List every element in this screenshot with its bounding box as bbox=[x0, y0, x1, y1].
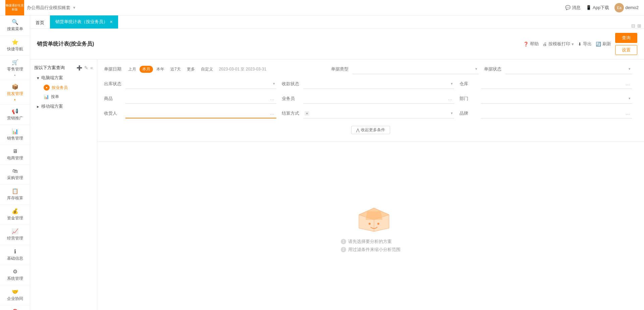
hint-num-1: 1 bbox=[341, 239, 346, 244]
doc-type-label: 单据类型 bbox=[331, 66, 350, 72]
receipt-status-arrow bbox=[451, 82, 453, 86]
date-selector: 上月 本月 本年 近7天 更多 自定义 2023-03-01 至 2023-03… bbox=[125, 66, 266, 73]
consignee-dots: … bbox=[270, 111, 275, 116]
salesperson-dots: … bbox=[448, 96, 453, 101]
goods-input[interactable]: … bbox=[125, 94, 276, 104]
sidebar-item-marketing-label: 营销推广 bbox=[7, 115, 23, 121]
filter-row-2: 出库状态 收款状态 bbox=[104, 79, 637, 89]
tree-item-by-order[interactable]: 📊 按单 bbox=[34, 92, 97, 101]
topbar-right: 💬 消息 📱 App下载 Ea demo2 bbox=[565, 3, 639, 12]
tree-desktop-sub: ● 按业务员 📊 按单 bbox=[30, 83, 97, 101]
sidebar-item-finance-label: 资金管理 bbox=[7, 215, 23, 221]
salesperson-input[interactable]: … bbox=[303, 94, 454, 104]
sidebar-item-ecommerce[interactable]: 🖥 电商管理 bbox=[0, 145, 30, 165]
sidebar-item-system[interactable]: ⚙ 系统管理 bbox=[0, 265, 30, 285]
message-btn[interactable]: 💬 消息 bbox=[565, 5, 581, 11]
date-label: 单据日期 bbox=[104, 66, 123, 72]
tab-home[interactable]: 首页 bbox=[30, 17, 50, 29]
sidebar-item-operations[interactable]: 📈 经营管理 bbox=[0, 225, 30, 245]
sidebar-item-quicknav[interactable]: ⭐ 快捷导航 bbox=[0, 36, 30, 56]
settings-button[interactable]: 设置 bbox=[615, 45, 637, 55]
add-scheme-icon[interactable]: ➕ bbox=[76, 65, 82, 70]
consignee-input[interactable]: … bbox=[125, 108, 276, 118]
filter-cell-receiptstatus: 收款状态 bbox=[282, 79, 460, 89]
date-btn-custom[interactable]: 自定义 bbox=[198, 66, 216, 73]
date-btn-more[interactable]: 更多 bbox=[184, 66, 198, 73]
tab-sales-stat[interactable]: 销货单统计表（按业务员） ✕ bbox=[50, 15, 118, 29]
collapse-btn[interactable]: ⋀ 收起更多条件 bbox=[351, 126, 390, 134]
sidebar-item-newbie[interactable]: 🎯 新手引导 bbox=[0, 305, 30, 310]
template-print-btn[interactable]: 🖨 按模板打印 ▾ bbox=[543, 41, 574, 47]
sidebar-item-purchase[interactable]: 🛍 采购管理 bbox=[0, 165, 30, 185]
receipt-status-input[interactable] bbox=[303, 79, 454, 89]
tree-item-by-salesperson[interactable]: ● 按业务员 bbox=[34, 83, 97, 92]
filter-area: 单据日期 上月 本月 本年 近7天 更多 自定义 2023-03-01 至 20… bbox=[97, 59, 644, 142]
empty-box-svg bbox=[357, 206, 391, 233]
doc-type-input[interactable] bbox=[353, 64, 479, 74]
expand-icon: ▴ bbox=[14, 73, 16, 76]
out-status-input[interactable] bbox=[125, 79, 276, 89]
tab-close-icon[interactable]: ✕ bbox=[110, 20, 113, 24]
tab-maximize-icon[interactable]: ⊞ bbox=[637, 23, 641, 29]
tree-mobile[interactable]: ▸ 移动端方案 bbox=[30, 101, 97, 111]
help-label: 帮助 bbox=[530, 41, 539, 47]
tab-minimize-icon[interactable]: ⊟ bbox=[631, 23, 635, 29]
svg-point-4 bbox=[369, 223, 371, 225]
sidebar-item-inventory[interactable]: 📋 库存核算 bbox=[0, 185, 30, 205]
filter-row-1: 单据日期 上月 本月 本年 近7天 更多 自定义 2023-03-01 至 20… bbox=[104, 64, 637, 74]
content-area: 首页 销货单统计表（按业务员） ✕ ⊟ ⊞ 销货单统计表(按业务员) ❓ 帮助 bbox=[30, 15, 644, 310]
sidebar: 🔍 搜索菜单 ⭐ 快捷导航 🛒 零售管理 ▴ 📦 批发管理 ▴ 📢 营销推广 📊… bbox=[0, 15, 30, 310]
breadcrumb-dropdown-icon[interactable]: ▾ bbox=[73, 5, 75, 10]
sidebar-item-enterprise-label: 企业协同 bbox=[7, 296, 23, 302]
sidebar-item-finance[interactable]: 💰 资金管理 bbox=[0, 205, 30, 225]
app-download-btn[interactable]: 📱 App下载 bbox=[586, 5, 609, 11]
doc-status-input[interactable] bbox=[505, 64, 632, 74]
operations-icon: 📈 bbox=[12, 228, 18, 235]
collapse-panel-icon[interactable]: « bbox=[90, 65, 93, 70]
payment-tag[interactable]: × bbox=[305, 111, 309, 116]
sidebar-item-basic[interactable]: ℹ 基础信息 bbox=[0, 245, 30, 265]
tree-mobile-expand-icon: ▸ bbox=[37, 104, 39, 109]
brand-dots: … bbox=[626, 111, 631, 116]
query-btn-group: 查询 设置 bbox=[615, 33, 637, 55]
left-panel: 按以下方案查询 ➕ ✎ « ▾ 电脑端方案 ● 按业务员 bbox=[30, 59, 97, 310]
export-btn[interactable]: ⬇ 导出 bbox=[578, 41, 592, 47]
sidebar-item-retail[interactable]: 🛒 零售管理 ▴ bbox=[0, 56, 30, 80]
sidebar-item-enterprise[interactable]: 🤝 企业协同 bbox=[0, 285, 30, 305]
empty-hint-2: 2 用过滤条件来缩小分析范围 bbox=[341, 247, 400, 253]
sidebar-item-wholesale[interactable]: 📦 批发管理 ▴ bbox=[0, 80, 30, 105]
doc-status-label: 单据状态 bbox=[484, 66, 503, 72]
template-print-arrow: ▾ bbox=[572, 42, 574, 47]
date-btn-this-year[interactable]: 本年 bbox=[154, 66, 167, 73]
edit-scheme-icon[interactable]: ✎ bbox=[84, 65, 88, 70]
message-label: 消息 bbox=[572, 5, 581, 11]
help-btn[interactable]: ❓ 帮助 bbox=[523, 41, 539, 47]
user-profile[interactable]: Ea demo2 bbox=[614, 3, 639, 12]
query-button[interactable]: 查询 bbox=[615, 33, 637, 43]
department-arrow bbox=[629, 96, 631, 101]
sidebar-item-marketing[interactable]: 📢 营销推广 bbox=[0, 105, 30, 125]
topbar: 畅捷通好生意 标版 办公用品行业模拟账套 ▾ 💬 消息 📱 App下载 Ea d… bbox=[0, 0, 644, 15]
brand-label: 品牌 bbox=[460, 110, 478, 116]
receipt-status-label: 收款状态 bbox=[282, 81, 301, 87]
collapse-icon: ⋀ bbox=[356, 128, 360, 133]
page-title: 销货单统计表(按业务员) bbox=[37, 41, 94, 48]
message-icon: 💬 bbox=[565, 5, 571, 10]
department-input[interactable] bbox=[481, 94, 632, 104]
sidebar-item-sales[interactable]: 📊 销售管理 bbox=[0, 125, 30, 145]
empty-state: 1 请先选择要分析的方案 2 用过滤条件来缩小分析范围 bbox=[97, 142, 644, 310]
date-btn-last7[interactable]: 近7天 bbox=[168, 66, 183, 73]
warehouse-input[interactable]: … bbox=[481, 79, 632, 89]
main-layout: 🔍 搜索菜单 ⭐ 快捷导航 🛒 零售管理 ▴ 📦 批发管理 ▴ 📢 营销推广 📊… bbox=[0, 15, 644, 310]
app-download-label: App下载 bbox=[593, 5, 609, 11]
refresh-btn[interactable]: 🔄 刷新 bbox=[596, 41, 611, 47]
brand-input[interactable]: … bbox=[481, 108, 632, 118]
retail-icon: 🛒 bbox=[12, 59, 18, 65]
sidebar-item-search[interactable]: 🔍 搜索菜单 bbox=[0, 15, 30, 36]
date-btn-last-month[interactable]: 上月 bbox=[125, 66, 139, 73]
svg-marker-3 bbox=[366, 211, 382, 220]
payment-input[interactable]: × bbox=[303, 108, 454, 118]
sales-icon: 📊 bbox=[12, 128, 18, 135]
date-btn-this-month[interactable]: 本月 bbox=[140, 66, 153, 73]
tree-desktop[interactable]: ▾ 电脑端方案 bbox=[30, 73, 97, 83]
